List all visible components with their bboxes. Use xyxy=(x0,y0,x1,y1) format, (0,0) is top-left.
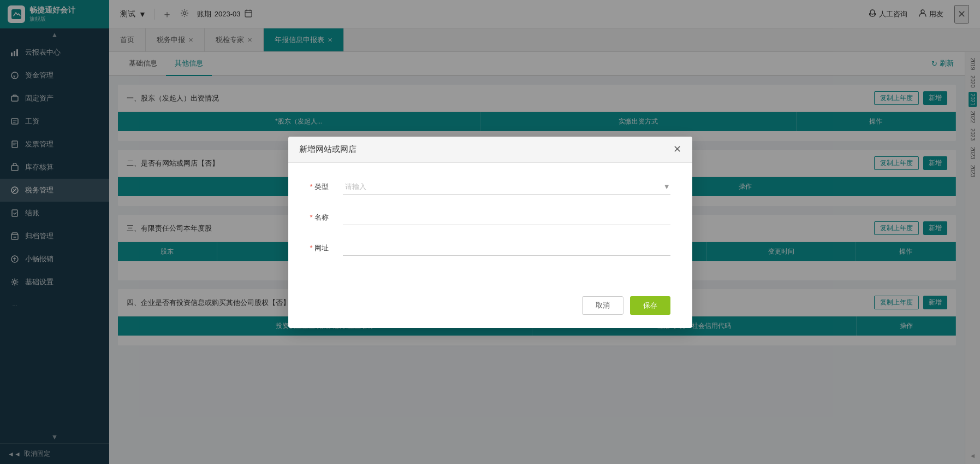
label-type-text: 类型 xyxy=(314,183,329,191)
form-label-name: * 名称 xyxy=(310,213,343,222)
form-row-url: * 网址 xyxy=(310,240,670,256)
form-label-url: * 网址 xyxy=(310,243,343,253)
required-star-type: * xyxy=(310,183,313,191)
name-input-wrapper xyxy=(343,210,670,225)
modal-overlay[interactable]: 新增网站或网店 ✕ * 类型 ▼ * 名称 xyxy=(0,0,980,464)
modal-add-website: 新增网站或网店 ✕ * 类型 ▼ * 名称 xyxy=(288,137,692,328)
modal-footer: 取消 保存 xyxy=(288,287,692,328)
save-button[interactable]: 保存 xyxy=(630,296,670,315)
modal-header: 新增网站或网店 ✕ xyxy=(288,137,692,163)
label-name-text: 名称 xyxy=(314,213,329,221)
url-input-wrapper xyxy=(343,240,670,256)
modal-title: 新增网站或网店 xyxy=(299,144,357,155)
modal-close-button[interactable]: ✕ xyxy=(673,144,681,154)
type-input[interactable] xyxy=(343,179,663,194)
form-label-type: * 类型 xyxy=(310,182,343,192)
form-row-name: * 名称 xyxy=(310,210,670,225)
label-url-text: 网址 xyxy=(314,244,329,252)
modal-body: * 类型 ▼ * 名称 * xyxy=(288,163,692,287)
cancel-button[interactable]: 取消 xyxy=(582,296,623,315)
url-input[interactable] xyxy=(343,240,670,255)
type-input-wrapper: ▼ xyxy=(343,179,670,195)
name-input[interactable] xyxy=(343,210,670,225)
form-row-type: * 类型 ▼ xyxy=(310,179,670,195)
required-star-url: * xyxy=(310,244,313,252)
type-dropdown-icon[interactable]: ▼ xyxy=(663,183,670,191)
required-star-name: * xyxy=(310,213,313,221)
